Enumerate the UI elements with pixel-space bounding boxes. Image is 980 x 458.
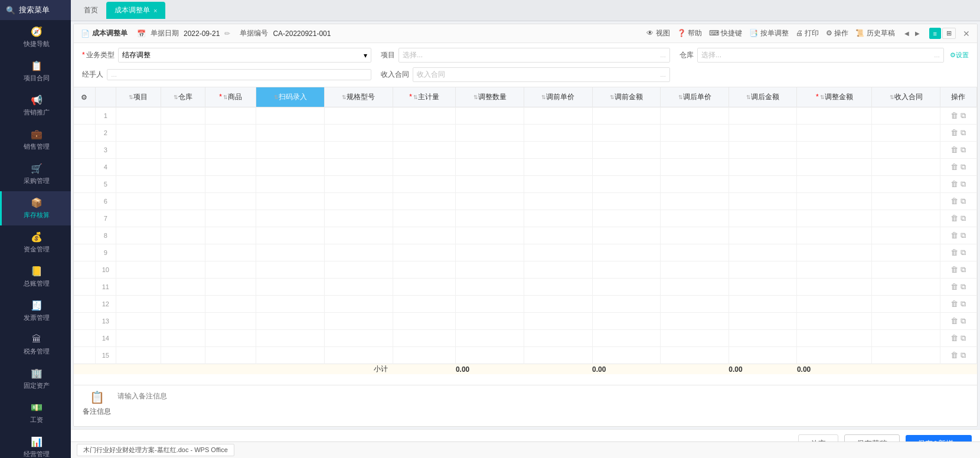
cell-post_unit_price-15[interactable] <box>661 347 729 364</box>
income-input[interactable]: 收入合同 … <box>413 67 670 82</box>
cell-warehouse-10[interactable] <box>161 261 205 279</box>
cell-scan_input-12[interactable] <box>256 296 325 313</box>
cell-adj_amount-1[interactable] <box>797 107 872 125</box>
cell-adj_qty-12[interactable] <box>456 296 524 313</box>
sort-project[interactable]: ⇅ <box>129 94 133 100</box>
cell-post_amount-13[interactable] <box>729 313 797 330</box>
action-help[interactable]: ❓ 帮助 <box>677 28 702 38</box>
table-container[interactable]: ⚙⇅项目⇅仓库⇅商品⇅扫码录入⇅规格型号⇅主计量⇅调整数量⇅调前单价⇅调前金额⇅… <box>74 87 977 385</box>
cell-project-2[interactable] <box>116 125 161 142</box>
cell-unit-1[interactable] <box>393 107 456 125</box>
cell-spec_type-5[interactable] <box>325 176 393 193</box>
sidebar-item-purchase-mgmt[interactable]: 🛒采购管理 <box>0 157 71 191</box>
cell-warehouse-15[interactable] <box>161 347 205 364</box>
copy-icon-5[interactable]: ⧉ <box>961 179 966 189</box>
cell-spec_type-10[interactable] <box>325 261 393 279</box>
cell-unit-11[interactable] <box>393 279 456 296</box>
cell-adj_amount-4[interactable] <box>797 159 872 176</box>
cell-post_amount-12[interactable] <box>729 296 797 313</box>
delete-icon-3[interactable]: 🗑 <box>950 145 958 155</box>
action-ops[interactable]: ⚙ 操作 <box>826 28 848 38</box>
cell-spec_type-14[interactable] <box>325 330 393 347</box>
cell-adj_amount-14[interactable] <box>797 330 872 347</box>
cell-post_unit_price-2[interactable] <box>661 125 729 142</box>
sort-pre_unit_price[interactable]: ⇅ <box>541 94 546 100</box>
col-settings[interactable]: ⚙ <box>74 87 95 107</box>
cell-product-2[interactable] <box>205 125 256 142</box>
cell-post_unit_price-6[interactable] <box>661 193 729 210</box>
delete-icon-11[interactable]: 🗑 <box>950 282 958 292</box>
cell-unit-13[interactable] <box>393 313 456 330</box>
copy-icon-8[interactable]: ⧉ <box>961 231 966 240</box>
sort-post_amount[interactable]: ⇅ <box>746 94 751 100</box>
copy-icon-3[interactable]: ⧉ <box>961 145 966 155</box>
cell-scan_input-15[interactable] <box>256 347 325 364</box>
cell-warehouse-8[interactable] <box>161 227 205 244</box>
cell-adj_qty-5[interactable] <box>456 176 524 193</box>
cell-adj_amount-3[interactable] <box>797 142 872 159</box>
cell-post_unit_price-13[interactable] <box>661 313 729 330</box>
delete-icon-7[interactable]: 🗑 <box>950 214 958 223</box>
cell-adj_qty-10[interactable] <box>456 261 524 279</box>
cell-pre_unit_price-5[interactable] <box>524 176 593 193</box>
action-print[interactable]: 🖨 打印 <box>796 28 819 38</box>
cell-post_amount-2[interactable] <box>729 125 797 142</box>
sidebar-item-fund-mgmt[interactable]: 💰资金管理 <box>0 225 71 260</box>
cell-pre_amount-5[interactable] <box>592 176 661 193</box>
tab-home[interactable]: 首页 <box>76 2 106 19</box>
cell-post_amount-5[interactable] <box>729 176 797 193</box>
cell-adj_qty-8[interactable] <box>456 227 524 244</box>
edit-date-icon[interactable]: ✏ <box>224 30 230 38</box>
sort-unit[interactable]: ⇅ <box>413 94 418 100</box>
cell-project-10[interactable] <box>116 261 161 279</box>
sort-adj_amount[interactable]: ⇅ <box>820 94 825 100</box>
biz-type-input[interactable]: 结存调整 ▾ <box>118 48 371 63</box>
cell-scan_input-5[interactable] <box>256 176 325 193</box>
cell-pre_amount-15[interactable] <box>592 347 661 364</box>
cell-scan_input-7[interactable] <box>256 210 325 227</box>
cell-adj_amount-7[interactable] <box>797 210 872 227</box>
cell-adj_amount-12[interactable] <box>797 296 872 313</box>
delete-icon-6[interactable]: 🗑 <box>950 197 958 206</box>
cell-project-12[interactable] <box>116 296 161 313</box>
cell-adj_amount-10[interactable] <box>797 261 872 279</box>
cell-income_contract-11[interactable] <box>872 279 940 296</box>
cell-warehouse-1[interactable] <box>161 107 205 125</box>
sidebar-item-ledger-mgmt[interactable]: 📒总账管理 <box>0 260 71 294</box>
sort-pre_amount[interactable]: ⇅ <box>610 94 615 100</box>
warehouse-input[interactable]: 选择... … <box>697 48 944 63</box>
cell-post_unit_price-9[interactable] <box>661 244 729 261</box>
cell-scan_input-9[interactable] <box>256 244 325 261</box>
cell-adj_qty-9[interactable] <box>456 244 524 261</box>
cell-adj_qty-6[interactable] <box>456 193 524 210</box>
cell-post_unit_price-5[interactable] <box>661 176 729 193</box>
delete-icon-12[interactable]: 🗑 <box>950 299 958 309</box>
cell-adj_amount-11[interactable] <box>797 279 872 296</box>
copy-icon-4[interactable]: ⧉ <box>961 162 966 172</box>
cell-pre_amount-11[interactable] <box>592 279 661 296</box>
cell-warehouse-14[interactable] <box>161 330 205 347</box>
cell-warehouse-11[interactable] <box>161 279 205 296</box>
cell-product-12[interactable] <box>205 296 256 313</box>
cell-pre_unit_price-4[interactable] <box>524 159 593 176</box>
cell-post_unit_price-7[interactable] <box>661 210 729 227</box>
cell-product-7[interactable] <box>205 210 256 227</box>
cell-post_amount-7[interactable] <box>729 210 797 227</box>
cell-unit-14[interactable] <box>393 330 456 347</box>
cell-project-11[interactable] <box>116 279 161 296</box>
cell-unit-5[interactable] <box>393 176 456 193</box>
cell-project-9[interactable] <box>116 244 161 261</box>
copy-icon-2[interactable]: ⧉ <box>961 128 966 138</box>
cell-warehouse-3[interactable] <box>161 142 205 159</box>
cell-spec_type-1[interactable] <box>325 107 393 125</box>
cell-pre_amount-2[interactable] <box>592 125 661 142</box>
cell-project-14[interactable] <box>116 330 161 347</box>
action-by-bill[interactable]: 📑 按单调整 <box>749 28 788 38</box>
cell-product-1[interactable] <box>205 107 256 125</box>
sidebar-item-fixed-assets[interactable]: 🏢固定资产 <box>0 362 71 396</box>
cell-pre_unit_price-10[interactable] <box>524 261 593 279</box>
cell-unit-10[interactable] <box>393 261 456 279</box>
cell-adj_qty-1[interactable] <box>456 107 524 125</box>
sidebar-item-sales-promotion[interactable]: 📢营销推广 <box>0 89 71 123</box>
cell-product-10[interactable] <box>205 261 256 279</box>
